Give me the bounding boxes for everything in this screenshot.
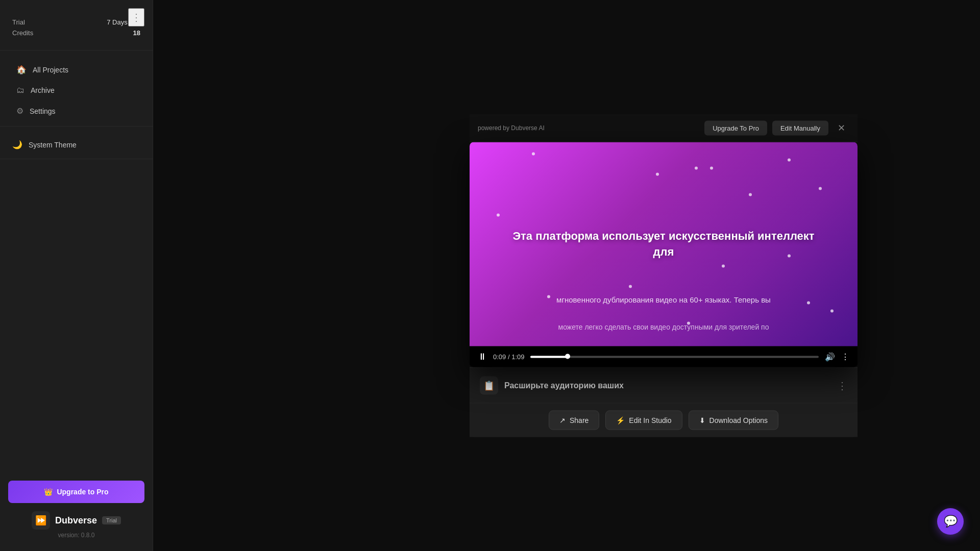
home-icon: 🏠 xyxy=(16,65,27,74)
top-actions: Upgrade To Pro Edit Manually ✕ xyxy=(704,120,849,136)
edit-in-studio-button[interactable]: ⚡ Edit In Studio xyxy=(605,411,682,430)
current-time: 0:09 xyxy=(493,353,506,361)
brand-section: ⏩ Dubverse Trial version: 0.8.0 xyxy=(0,511,153,543)
card-left: 📋 Расширьте аудиторию ваших xyxy=(480,377,624,395)
all-projects-label: All Projects xyxy=(33,66,68,74)
share-icon: ↗ xyxy=(559,416,566,424)
theme-toggle[interactable]: 🌙 System Theme xyxy=(0,135,153,155)
video-modal: powered by Dubverse AI Upgrade To Pro Ed… xyxy=(470,114,857,437)
edit-manually-button[interactable]: Edit Manually xyxy=(772,120,828,135)
powered-by-text: powered by Dubverse AI xyxy=(478,124,545,132)
sidebar-item-all-projects[interactable]: 🏠 All Projects xyxy=(4,60,149,80)
share-label: Share xyxy=(570,416,589,424)
sidebar-item-settings[interactable]: ⚙ Settings xyxy=(4,101,149,121)
chat-bubble[interactable]: 💬 xyxy=(937,508,964,535)
more-options-button[interactable]: ⋮ xyxy=(841,352,849,362)
download-label: Download Options xyxy=(709,416,768,424)
credits-value: 18 xyxy=(133,29,140,37)
archive-icon: 🗂 xyxy=(16,86,24,95)
theme-section: 🌙 System Theme xyxy=(0,131,153,159)
credits-label: Credits xyxy=(12,29,33,37)
video-controls: ⏸ 0:09 / 1:09 🔊 ⋮ xyxy=(470,346,857,367)
download-icon: ⬇ xyxy=(699,416,705,424)
play-pause-button[interactable]: ⏸ xyxy=(478,352,487,362)
brand-version: version: 0.8.0 xyxy=(58,532,94,539)
action-buttons: ↗ Share ⚡ Edit In Studio ⬇ Download Opti… xyxy=(470,403,857,437)
video-main-text: Эта платформа использует искусственный и… xyxy=(508,229,819,260)
card-three-dots-button[interactable]: ⋮ xyxy=(837,380,847,392)
moon-icon: 🌙 xyxy=(12,140,22,149)
video-area: Эта платформа использует искусственный и… xyxy=(470,142,857,346)
video-popup: Эта платформа использует искусственный и… xyxy=(470,142,857,367)
chat-icon: 💬 xyxy=(944,515,958,528)
sidebar-nav: 🏠 All Projects 🗂 Archive ⚙ Settings xyxy=(0,55,153,127)
download-options-button[interactable]: ⬇ Download Options xyxy=(689,411,778,430)
share-button[interactable]: ↗ Share xyxy=(549,411,599,430)
crown-icon: 👑 xyxy=(44,488,53,496)
sidebar-menu-dots[interactable]: ⋮ xyxy=(128,8,144,27)
progress-dot xyxy=(565,354,570,359)
theme-label: System Theme xyxy=(29,141,77,149)
sidebar: ⋮ Trial 7 Days Left Credits 18 🏠 All Pro… xyxy=(0,0,153,551)
upgrade-to-pro-modal-button[interactable]: Upgrade To Pro xyxy=(704,120,767,135)
archive-label: Archive xyxy=(31,86,55,94)
card-icon-symbol: 📋 xyxy=(483,380,495,391)
video-card: 📋 Расширьте аудиторию ваших ⋮ xyxy=(470,368,857,403)
sidebar-item-archive[interactable]: 🗂 Archive xyxy=(4,81,149,100)
upgrade-btn-label: Upgrade to Pro xyxy=(57,488,108,496)
settings-label: Settings xyxy=(30,107,56,115)
trial-label: Trial xyxy=(12,18,25,26)
volume-button[interactable]: 🔊 xyxy=(825,352,835,362)
edit-studio-label: Edit In Studio xyxy=(629,416,671,424)
progress-bar[interactable] xyxy=(530,356,819,358)
brand-logo-icon: ⏩ xyxy=(35,515,46,526)
edit-studio-icon: ⚡ xyxy=(616,416,625,424)
card-icon: 📋 xyxy=(480,377,498,395)
time-display: 0:09 / 1:09 xyxy=(493,353,524,361)
brand-name: Dubverse xyxy=(55,515,97,526)
video-sub-text2: можете легко сделать свои видео доступны… xyxy=(499,323,828,331)
card-title: Расширьте аудиторию ваших xyxy=(504,381,624,390)
settings-icon: ⚙ xyxy=(16,106,23,116)
main-content: powered by Dubverse AI Upgrade To Pro Ed… xyxy=(153,0,980,551)
upgrade-to-pro-button[interactable]: 👑 Upgrade to Pro xyxy=(8,481,144,503)
brand-trial-badge: Trial xyxy=(102,516,121,524)
video-sub-text: мгновенного дублирования видео на 60+ яз… xyxy=(499,294,828,306)
progress-fill xyxy=(530,356,568,358)
video-top-bar: powered by Dubverse AI Upgrade To Pro Ed… xyxy=(470,114,857,142)
close-button[interactable]: ✕ xyxy=(834,120,849,136)
brand-logo: ⏩ xyxy=(32,511,50,530)
total-time: 1:09 xyxy=(511,353,524,361)
